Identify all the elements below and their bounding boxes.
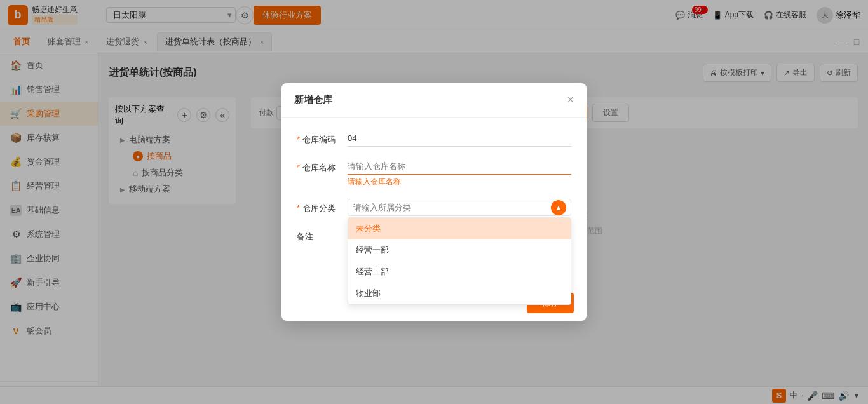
category-dropdown-arrow[interactable]: ▲ xyxy=(551,200,566,215)
new-warehouse-dialog: 新增仓库 × 仓库编码 仓库名称 请输入仓库名称 仓库分类 ▲ xyxy=(281,83,587,321)
name-label: 仓库名称 xyxy=(297,158,348,173)
dialog-close-button[interactable]: × xyxy=(567,93,574,107)
remark-label: 备注 xyxy=(297,227,348,243)
code-label: 仓库编码 xyxy=(297,130,348,145)
name-error-message: 请输入仓库名称 xyxy=(348,177,571,187)
form-row-category: 仓库分类 ▲ 未分类 经营一部 经营二部 物业部 xyxy=(297,199,571,216)
category-input-wrap: ▲ 未分类 经营一部 经营二部 物业部 xyxy=(348,199,571,216)
dropdown-item-dept2[interactable]: 经营二部 xyxy=(348,261,571,283)
dropdown-item-property[interactable]: 物业部 xyxy=(348,283,571,304)
dialog-body: 仓库编码 仓库名称 请输入仓库名称 仓库分类 ▲ 未分类 xyxy=(281,118,587,285)
dropdown-item-dept1[interactable]: 经营一部 xyxy=(348,239,571,261)
dropdown-item-uncategorized[interactable]: 未分类 xyxy=(348,218,571,239)
name-input-wrap: 请输入仓库名称 xyxy=(348,158,571,187)
category-input[interactable] xyxy=(348,199,571,216)
code-input-wrap xyxy=(348,130,571,147)
category-dropdown-list: 未分类 经营一部 经营二部 物业部 xyxy=(348,217,571,305)
dialog-header: 新增仓库 × xyxy=(281,83,587,118)
form-row-name: 仓库名称 请输入仓库名称 xyxy=(297,158,571,187)
dialog-title: 新增仓库 xyxy=(294,94,332,106)
name-input[interactable] xyxy=(348,158,571,175)
form-row-code: 仓库编码 xyxy=(297,130,571,147)
code-input[interactable] xyxy=(348,130,571,147)
category-label: 仓库分类 xyxy=(297,199,348,214)
